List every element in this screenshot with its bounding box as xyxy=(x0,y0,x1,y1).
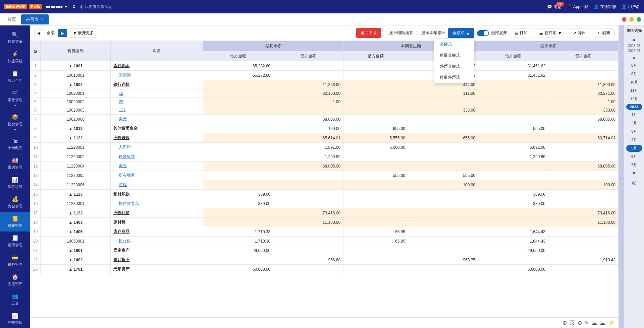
demo-link[interactable]: ◎ 我要看实例演示 xyxy=(80,4,113,10)
period-8[interactable]: 8月 xyxy=(626,62,642,69)
cell-op-debit: 1,710.38 xyxy=(203,237,273,246)
sidebar-item-ecommerce[interactable]: 🛍 小畅电商 xyxy=(0,135,30,154)
cell-name[interactable]: 往来标签 xyxy=(111,152,203,161)
settings-icon[interactable]: ⚙ xyxy=(72,4,76,9)
sidebar-item-wholesale[interactable]: 📦 批发管理 ▼ xyxy=(0,111,30,135)
cell-cl-debit: 50,000.00 xyxy=(478,265,548,274)
company-dropdown[interactable]: ■■■■■■■ ▼ xyxy=(46,4,68,9)
tab-close-icon[interactable]: ✕ xyxy=(41,17,44,21)
nav-next-btn[interactable]: ▶ xyxy=(58,29,67,37)
maximize-window-btn[interactable]: + xyxy=(637,17,641,22)
cell-row-num: 5 xyxy=(31,98,41,106)
period-4[interactable]: 4月 xyxy=(626,136,642,143)
cell-name[interactable]: 美元 xyxy=(111,115,203,124)
period-5[interactable]: 5月 xyxy=(626,145,642,152)
cell-cl-credit xyxy=(548,199,619,208)
back-old-btn[interactable]: 退回旧版 xyxy=(356,28,381,38)
cell-name[interactable]: 预付款美元 xyxy=(111,199,203,208)
sidebar-item-ledger[interactable]: 📒 总账管理 xyxy=(0,212,30,232)
auxiliary-check[interactable] xyxy=(384,31,388,35)
cell-name[interactable]: 23 xyxy=(111,98,203,106)
cloud-print-btn[interactable]: ☁ 云打印 ▼ xyxy=(535,28,566,38)
period-7[interactable]: 7月 xyxy=(626,161,642,169)
sidebar-item-business[interactable]: 📈 经营管理 xyxy=(0,309,30,328)
bottom-icon-lang[interactable]: 英 xyxy=(570,319,575,326)
user-avatar[interactable]: 👤 用户名 xyxy=(622,4,640,10)
print-btn[interactable]: 🖨 打印 xyxy=(510,28,532,38)
sidebar-item-purchase[interactable]: 🏭 采购管理 xyxy=(0,154,30,173)
main-layout: 🔍 搜索菜单 ⚡ 快捷导航 📋 项目合同 🛒 零售管理 ▼ 📦 批发管理 ▼ 🛍… xyxy=(0,25,644,328)
table-row: 19▲ 1405库存商品1,710.3865.951,644.43 xyxy=(31,227,619,237)
sidebar: 🔍 搜索菜单 ⚡ 快捷导航 📋 项目合同 🛒 零售管理 ▼ 📦 批发管理 ▼ 🛍… xyxy=(0,25,30,328)
show-auxiliary-checkbox[interactable]: 显示辅助核算 xyxy=(384,30,413,36)
period-11[interactable]: 11月 xyxy=(626,87,642,94)
sidebar-item-quicknav[interactable]: ⚡ 快捷导航 xyxy=(0,48,30,67)
export-btn[interactable]: ↗ 导出 xyxy=(569,28,590,38)
mode-foreign-amount[interactable]: 外币金额式 xyxy=(434,61,474,72)
cell-name[interactable]: 122 xyxy=(111,106,203,115)
period-1[interactable]: 1月 xyxy=(626,111,642,118)
cell-code: 10020002 xyxy=(41,98,111,106)
tab-balance[interactable]: 余额表 ✕ xyxy=(21,14,49,24)
period-9[interactable]: 9月 xyxy=(626,70,642,77)
cell-name[interactable]: 原材料 xyxy=(111,237,203,246)
mode-qty-foreign[interactable]: 数量外币式 xyxy=(434,72,474,83)
period-nav-up[interactable]: ▲ xyxy=(631,36,637,43)
expand-all-toggle[interactable] xyxy=(477,30,489,36)
sidebar-item-project[interactable]: 📋 项目合同 xyxy=(0,67,30,86)
period-nav-down[interactable]: ▼ xyxy=(631,170,637,177)
cell-name[interactable]: 12 xyxy=(111,89,203,98)
cell-cl-debit: 1,299.99 xyxy=(478,152,548,161)
cell-cur-debit xyxy=(343,246,408,255)
expand-more-btn[interactable]: ▼ 展开更多 xyxy=(70,28,97,38)
cloud-print-icon: ☁ xyxy=(539,31,543,36)
cell-row-num: 9 xyxy=(31,133,41,143)
cell-name[interactable]: 人民币 xyxy=(111,143,203,152)
amount-mode-btn[interactable]: 金额式 ▲ xyxy=(448,28,474,38)
sidebar-item-invoice[interactable]: 🧾 发票管理 xyxy=(0,232,30,251)
mode-amount[interactable]: 金额式 xyxy=(434,39,474,50)
period-3[interactable]: 3月 xyxy=(626,128,642,135)
online-service-btn[interactable]: 👤 在线客服 xyxy=(594,4,616,10)
bottom-icon-bolt[interactable]: ⚡ xyxy=(608,320,614,326)
close-window-btn[interactable]: ✕ xyxy=(622,17,627,22)
messages-btn[interactable]: 💬 消息 99+ xyxy=(547,4,561,10)
cell-cur-debit: 65.95 xyxy=(343,227,408,237)
panel-collapse-btn[interactable]: 〈 xyxy=(619,25,624,328)
period-10[interactable]: 10月 xyxy=(626,79,642,86)
th-settings[interactable]: ⚙ xyxy=(31,41,41,61)
bottom-icon-cloud1[interactable]: ☁ xyxy=(592,320,597,326)
retail-icon: 🛒 xyxy=(12,90,18,96)
minimize-window-btn[interactable]: − xyxy=(629,17,634,22)
cell-name[interactable]: 游戏 xyxy=(111,180,203,190)
sidebar-item-assets[interactable]: 🏠 固定资产 xyxy=(0,270,30,290)
nav-prev-btn[interactable]: ◀ xyxy=(34,29,43,37)
sidebar-item-salary[interactable]: 👥 工资 xyxy=(0,290,30,309)
sidebar-item-retail[interactable]: 🛒 零售管理 ▼ xyxy=(0,86,30,111)
cell-name[interactable]: 美元 xyxy=(111,161,203,171)
cell-name[interactable]: 回回回 xyxy=(111,71,203,80)
app-download-btn[interactable]: 📱 App下载 xyxy=(567,4,588,10)
mode-qty-amount[interactable]: 数量金额式 xyxy=(434,50,474,61)
period-nav-up2[interactable]: ▲ xyxy=(631,54,637,61)
bottom-icon-3[interactable]: ⊕ xyxy=(578,320,582,326)
show-yearly-checkbox[interactable]: 显示本年累计 xyxy=(416,30,445,36)
sidebar-item-search[interactable]: 🔍 搜索菜单 xyxy=(0,28,30,48)
yearly-check[interactable] xyxy=(416,31,420,35)
period-settings-icon[interactable]: ◎ xyxy=(632,179,637,186)
sidebar-item-tax[interactable]: 💳 税务管理 xyxy=(0,251,30,270)
period-12[interactable]: 12月 xyxy=(626,95,642,103)
period-6[interactable]: 6月 xyxy=(626,153,642,160)
th-op-credit: 贷方金额 xyxy=(273,51,343,61)
column-settings-icon[interactable]: ⚙ xyxy=(33,49,38,54)
bottom-icon-edit[interactable]: ✎ xyxy=(585,320,589,326)
bottom-icon-1[interactable]: ⊕ xyxy=(562,320,567,326)
tab-home[interactable]: 首页 xyxy=(3,14,21,24)
demo-link-text: 我要看实例演示 xyxy=(85,4,113,10)
sidebar-item-funds[interactable]: 💰 资金管理 xyxy=(0,193,30,212)
sidebar-item-inventory[interactable]: 📊 库存核算 xyxy=(0,173,30,193)
cell-name[interactable]: 所在地区 xyxy=(111,171,203,180)
refresh-btn[interactable]: ↻ 刷新 xyxy=(593,28,614,38)
bottom-icon-cloud2[interactable]: ☁ xyxy=(600,320,605,326)
period-2[interactable]: 2月 xyxy=(626,120,642,127)
